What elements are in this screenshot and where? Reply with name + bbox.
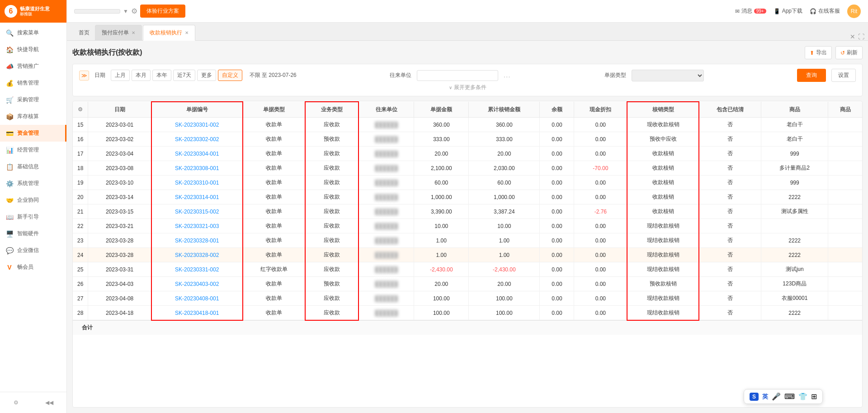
filter-settings-btn[interactable]: 设置 xyxy=(831,69,856,82)
tab-prepay-close[interactable]: ✕ xyxy=(132,30,135,35)
table-row[interactable]: 22 2023-03-21 SK-20230321-003 收款单 应收款 ██… xyxy=(73,219,862,233)
sidebar-item-search[interactable]: 🔍 搜索菜单 xyxy=(0,24,66,41)
table-row[interactable]: 19 2023-03-10 SK-20230310-001 收款单 应收款 ██… xyxy=(73,176,862,190)
tab-verify[interactable]: 收款核销执行 ✕ xyxy=(143,25,195,41)
sidebar-item-system[interactable]: ⚙️ 系统管理 xyxy=(0,175,66,192)
sidebar-item-sales[interactable]: 💰 销售管理 xyxy=(0,75,66,91)
cell-no: 17 xyxy=(73,147,88,161)
table-row[interactable]: 20 2023-03-14 SK-20230314-001 收款单 应收款 ██… xyxy=(73,190,862,204)
sidebar-item-wechat[interactable]: 💬 企业微信 xyxy=(0,242,66,259)
inventory-icon: 📦 xyxy=(5,113,14,120)
filter-date-last-month[interactable]: 上月 xyxy=(111,70,130,81)
table-row[interactable]: 23 2023-03-28 SK-20230328-001 收款单 应收款 ██… xyxy=(73,233,862,248)
messages-btn[interactable]: ✉ 消息 99+ xyxy=(735,7,766,15)
expand-filter-btn[interactable]: ∨ 展开更多条件 xyxy=(449,84,486,91)
topbar-gear-icon[interactable]: ⚙ xyxy=(131,7,137,15)
search-menu-input[interactable] xyxy=(74,9,120,14)
col-order-no: 单据编号 xyxy=(151,102,243,118)
sidebar-item-basic[interactable]: 📋 基础信息 xyxy=(0,158,66,175)
table-row[interactable]: 17 2023-03-04 SK-20230304-001 收款单 应收款 ██… xyxy=(73,147,862,161)
order-link[interactable]: SK-20230315-002 xyxy=(175,209,219,215)
table-settings-icon[interactable]: ⚙ xyxy=(78,106,83,113)
cell-amount: 20.00 xyxy=(414,277,469,291)
tab-home[interactable]: 首页 xyxy=(74,25,94,40)
table-row[interactable]: 25 2023-03-31 SK-20230331-002 红字收款单 应收款 … xyxy=(73,262,862,277)
order-link[interactable]: SK-20230408-001 xyxy=(175,295,219,302)
table-row[interactable]: 21 2023-03-15 SK-20230315-002 收款单 应收款 ██… xyxy=(73,204,862,219)
filter-date-this-year[interactable]: 本年 xyxy=(152,70,171,81)
filter-query-btn[interactable]: 查询 xyxy=(797,69,826,82)
table-footer-total: 合计 xyxy=(73,320,862,335)
sidebar-settings-btn[interactable]: ⚙ xyxy=(8,396,24,409)
table-row[interactable]: 28 2023-04-18 SK-20230418-001 收款单 应收款 ██… xyxy=(73,306,862,321)
dropdown-icon[interactable]: ▼ xyxy=(123,8,128,14)
table-row[interactable]: 26 2023-04-03 SK-20230403-002 收款单 预收款 ██… xyxy=(73,277,862,291)
order-link[interactable]: SK-20230314-001 xyxy=(175,194,219,200)
table-row[interactable]: 15 2023-03-01 SK-20230301-002 收款单 应收款 ██… xyxy=(73,118,862,132)
tab-verify-close[interactable]: ✕ xyxy=(185,30,189,35)
shirt-icon[interactable]: 👕 xyxy=(798,392,807,401)
app-download-btn[interactable]: 📱 App下载 xyxy=(774,7,802,15)
refresh-btn[interactable]: ↺ 刷新 xyxy=(835,46,863,59)
sidebar-item-guide[interactable]: 📖 新手引导 xyxy=(0,209,66,225)
filter-toggle-btn[interactable]: ≫ xyxy=(79,71,89,81)
user-avatar[interactable]: Rit xyxy=(847,5,861,18)
cell-date: 2023-03-08 xyxy=(88,161,151,176)
table-row[interactable]: 24 2023-03-28 SK-20230328-002 收款单 应收款 ██… xyxy=(73,248,862,262)
cell-discount: 0.00 xyxy=(574,190,627,204)
cell-product2 xyxy=(828,204,862,219)
filter-date-this-month[interactable]: 本月 xyxy=(132,70,151,81)
order-link[interactable]: SK-20230302-002 xyxy=(175,136,219,142)
cell-product1: 测试jun xyxy=(761,262,828,277)
cell-included: 否 xyxy=(699,291,761,306)
filter-date-7days[interactable]: 近7天 xyxy=(173,70,195,81)
filter-partner-input[interactable] xyxy=(417,70,498,81)
table-row[interactable]: 27 2023-04-08 SK-20230408-001 收款单 应收款 ██… xyxy=(73,291,862,306)
cell-product1: 2222 xyxy=(761,233,828,248)
tab-prepay[interactable]: 预付应付单 ✕ xyxy=(95,25,142,40)
table-row[interactable]: 16 2023-03-02 SK-20230302-002 收款单 预收款 ██… xyxy=(73,132,862,147)
sidebar-item-marketing[interactable]: 📣 营销推广 xyxy=(0,58,66,75)
data-table-container[interactable]: ⚙ 日期 单据编号 单据类型 业务类型 往来单位 单据金额 累计核销金额 余额 … xyxy=(72,101,863,408)
order-link[interactable]: SK-20230321-003 xyxy=(175,223,219,229)
sidebar-item-enterprise[interactable]: 🤝 企业协同 xyxy=(0,192,66,209)
sidebar-item-member[interactable]: V 畅会员 xyxy=(0,259,66,275)
sidebar-item-inventory[interactable]: 📦 库存核算 xyxy=(0,108,66,125)
online-service-btn[interactable]: 🎧 在线客服 xyxy=(810,7,840,15)
grid-icon[interactable]: ⊞ xyxy=(811,392,817,401)
sidebar-item-shortcut[interactable]: 🏠 快捷导航 xyxy=(0,41,66,58)
order-link[interactable]: SK-20230418-001 xyxy=(175,310,219,316)
cell-biz-type: 应收款 xyxy=(305,248,359,262)
search-icon: 🔍 xyxy=(5,29,14,37)
filter-date-custom[interactable]: 自定义 xyxy=(218,70,242,81)
order-link[interactable]: SK-20230328-001 xyxy=(175,237,219,244)
order-link[interactable]: SK-20230301-002 xyxy=(175,122,219,128)
tab-expand-icon[interactable]: ⛶ xyxy=(858,33,864,40)
col-settings[interactable]: ⚙ xyxy=(73,102,88,118)
cell-balance: 0.00 xyxy=(540,147,574,161)
marketing-icon: 📣 xyxy=(5,63,14,70)
order-link[interactable]: SK-20230308-001 xyxy=(175,165,219,171)
solution-btn[interactable]: 体验行业方案 xyxy=(140,5,185,18)
order-link[interactable]: SK-20230331-002 xyxy=(175,266,219,273)
sidebar-item-hardware[interactable]: 🖥️ 智能硬件 xyxy=(0,225,66,242)
order-link[interactable]: SK-20230403-002 xyxy=(175,281,219,287)
table-row[interactable]: 18 2023-03-08 SK-20230308-001 收款单 应收款 ██… xyxy=(73,161,862,176)
tab-close-all-icon[interactable]: ✕ xyxy=(850,33,855,40)
mic-icon[interactable]: 🎤 xyxy=(772,392,781,401)
order-link[interactable]: SK-20230328-002 xyxy=(175,252,219,258)
order-link[interactable]: SK-20230310-001 xyxy=(175,180,219,186)
cell-product1: 999 xyxy=(761,176,828,190)
tab-bar: 首页 预付应付单 ✕ 收款核销执行 ✕ ✕ ⛶ xyxy=(67,23,868,41)
filter-date-more[interactable]: 更多 xyxy=(197,70,216,81)
cell-biz-type: 应收款 xyxy=(305,204,359,219)
sidebar-item-purchase[interactable]: 🛒 采购管理 xyxy=(0,91,66,108)
sidebar-item-operation[interactable]: 📊 经营管理 xyxy=(0,142,66,158)
sidebar-collapse-btn[interactable]: ◀◀ xyxy=(40,396,59,409)
keyboard-icon[interactable]: ⌨ xyxy=(784,392,795,401)
filter-voucher-type-select[interactable] xyxy=(632,70,704,81)
sidebar-item-finance[interactable]: 💳 资金管理 xyxy=(0,125,66,142)
cell-discount: -2.76 xyxy=(574,204,627,219)
export-btn[interactable]: ⬆ 导出 xyxy=(805,46,832,59)
order-link[interactable]: SK-20230304-001 xyxy=(175,151,219,157)
